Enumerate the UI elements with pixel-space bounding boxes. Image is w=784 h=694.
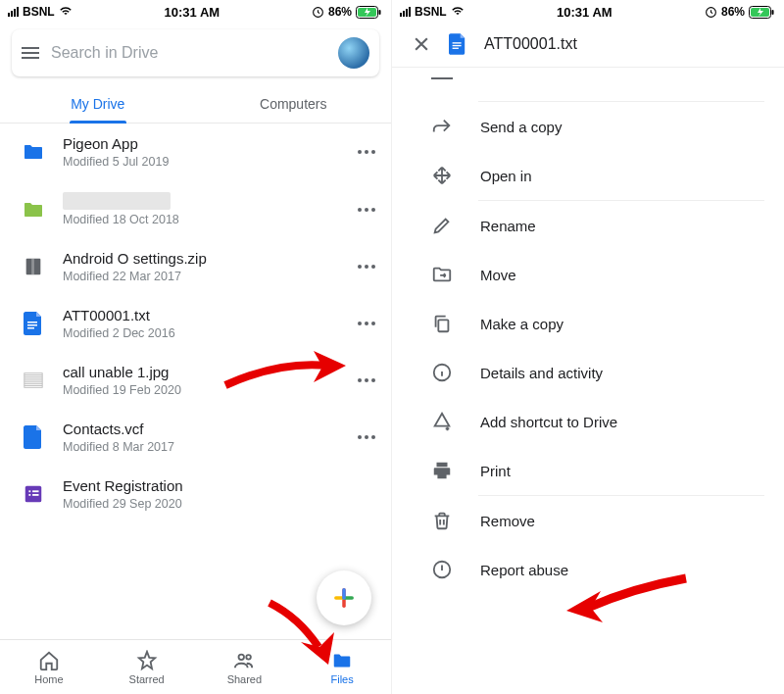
create-new-fab[interactable] bbox=[317, 570, 371, 625]
folder-icon bbox=[22, 198, 45, 222]
battery-percent: 86% bbox=[328, 5, 352, 19]
file-row[interactable]: ATT00001.txt Modified 2 Dec 2016 bbox=[0, 295, 391, 352]
menu-rename[interactable]: Rename bbox=[392, 201, 784, 250]
star-icon bbox=[136, 650, 158, 671]
open-in-icon bbox=[431, 165, 453, 186]
file-list: Pigeon App Modified 5 Jul 2019 Modified … bbox=[0, 124, 391, 522]
file-modified: Modified 8 Mar 2017 bbox=[63, 440, 340, 454]
svg-rect-3 bbox=[379, 10, 381, 15]
file-name: Event Registration bbox=[63, 477, 375, 494]
svg-rect-7 bbox=[27, 324, 37, 326]
status-time: 10:31 AM bbox=[165, 5, 220, 20]
svg-rect-24 bbox=[438, 320, 448, 331]
more-options-button[interactable] bbox=[358, 265, 375, 269]
battery-percent: 86% bbox=[721, 5, 745, 19]
battery-icon bbox=[356, 6, 381, 19]
drive-file-list-screen: BSNL 10:31 AM 86% Search in Drive My Dri… bbox=[0, 0, 392, 694]
file-modified: Modified 22 Mar 2017 bbox=[63, 270, 340, 283]
status-time: 10:31 AM bbox=[557, 5, 612, 20]
image-icon bbox=[22, 369, 45, 392]
file-name: call unable 1.jpg bbox=[63, 364, 340, 380]
file-actions-sheet-screen: BSNL 10:31 AM 86% ATT00001.txt Send a co… bbox=[392, 0, 784, 694]
search-input[interactable]: Search in Drive bbox=[51, 44, 326, 62]
rotation-lock-icon bbox=[705, 6, 717, 19]
svg-point-16 bbox=[247, 655, 252, 660]
action-sheet-header: ATT00001.txt bbox=[392, 22, 784, 68]
nav-starred[interactable]: Starred bbox=[98, 640, 196, 694]
print-icon bbox=[431, 460, 453, 481]
svg-rect-8 bbox=[27, 327, 34, 329]
file-row[interactable]: Contacts.vcf Modified 8 Mar 2017 bbox=[0, 409, 391, 466]
menu-icon[interactable] bbox=[22, 47, 39, 59]
rotation-lock-icon bbox=[312, 6, 324, 19]
search-bar[interactable]: Search in Drive bbox=[12, 29, 379, 76]
tab-my-drive[interactable]: My Drive bbox=[0, 84, 196, 123]
file-modified: Modified 5 Jul 2019 bbox=[63, 155, 340, 169]
file-name: Android O settings.zip bbox=[63, 250, 340, 267]
report-icon bbox=[431, 559, 453, 580]
file-name-redacted bbox=[63, 192, 171, 210]
svg-rect-13 bbox=[28, 494, 30, 496]
more-options-button[interactable] bbox=[358, 322, 375, 325]
svg-rect-14 bbox=[32, 494, 38, 496]
menu-move[interactable]: Move bbox=[392, 250, 784, 299]
svg-rect-20 bbox=[772, 10, 774, 15]
status-bar: BSNL 10:31 AM 86% bbox=[392, 0, 784, 22]
file-row[interactable]: Pigeon App Modified 5 Jul 2019 bbox=[0, 124, 391, 180]
svg-rect-5 bbox=[31, 259, 34, 275]
more-options-button[interactable] bbox=[358, 208, 375, 212]
svg-point-15 bbox=[239, 654, 245, 660]
file-modified: Modified 19 Feb 2020 bbox=[63, 383, 340, 397]
menu-send-copy[interactable]: Send a copy bbox=[392, 102, 784, 151]
wifi-icon bbox=[451, 5, 465, 19]
menu-item-truncated[interactable] bbox=[392, 68, 784, 101]
wifi-icon bbox=[59, 5, 73, 19]
home-icon bbox=[38, 650, 60, 671]
file-row[interactable]: call unable 1.jpg Modified 19 Feb 2020 bbox=[0, 352, 391, 409]
file-modified: Modified 2 Dec 2016 bbox=[63, 326, 340, 340]
account-avatar[interactable] bbox=[338, 37, 369, 69]
more-options-button[interactable] bbox=[358, 435, 375, 439]
folder-icon bbox=[331, 650, 353, 671]
status-bar: BSNL 10:31 AM 86% bbox=[0, 0, 391, 22]
pencil-icon bbox=[431, 215, 453, 236]
battery-icon bbox=[749, 6, 774, 19]
close-icon[interactable] bbox=[412, 34, 431, 54]
carrier-label: BSNL bbox=[415, 5, 447, 19]
svg-rect-22 bbox=[453, 45, 462, 46]
doc-icon bbox=[449, 33, 466, 55]
file-name: Pigeon App bbox=[63, 135, 340, 152]
info-icon bbox=[431, 362, 453, 383]
menu-details[interactable]: Details and activity bbox=[392, 348, 784, 397]
plus-icon bbox=[330, 584, 358, 612]
menu-remove[interactable]: Remove bbox=[392, 496, 784, 545]
menu-make-copy[interactable]: Make a copy bbox=[392, 299, 784, 348]
people-icon bbox=[233, 650, 255, 671]
folder-icon bbox=[22, 140, 45, 164]
file-name: Contacts.vcf bbox=[63, 421, 340, 437]
file-row[interactable]: Android O settings.zip Modified 22 Mar 2… bbox=[0, 238, 391, 295]
more-options-button[interactable] bbox=[358, 378, 375, 382]
menu-print[interactable]: Print bbox=[392, 446, 784, 495]
signal-icon bbox=[8, 7, 19, 17]
file-generic-icon bbox=[22, 425, 45, 449]
drive-tabs: My Drive Computers bbox=[0, 84, 391, 124]
nav-home[interactable]: Home bbox=[0, 640, 98, 694]
file-modified: Modified 18 Oct 2018 bbox=[63, 213, 340, 226]
file-row[interactable]: Modified 18 Oct 2018 bbox=[0, 180, 391, 238]
file-row[interactable]: Event Registration Modified 29 Sep 2020 bbox=[0, 466, 391, 522]
menu-report-abuse[interactable]: Report abuse bbox=[392, 545, 784, 594]
nav-files[interactable]: Files bbox=[293, 640, 391, 694]
form-icon bbox=[22, 482, 45, 506]
send-icon bbox=[431, 116, 453, 137]
trash-icon bbox=[431, 510, 453, 531]
svg-rect-23 bbox=[453, 48, 459, 49]
zip-icon bbox=[22, 255, 45, 278]
more-options-button[interactable] bbox=[358, 150, 375, 154]
tab-computers[interactable]: Computers bbox=[196, 84, 392, 123]
nav-shared[interactable]: Shared bbox=[196, 640, 294, 694]
menu-open-in[interactable]: Open in bbox=[392, 151, 784, 200]
menu-add-shortcut[interactable]: Add shortcut to Drive bbox=[392, 397, 784, 446]
doc-icon bbox=[22, 312, 45, 335]
file-modified: Modified 29 Sep 2020 bbox=[63, 497, 375, 511]
